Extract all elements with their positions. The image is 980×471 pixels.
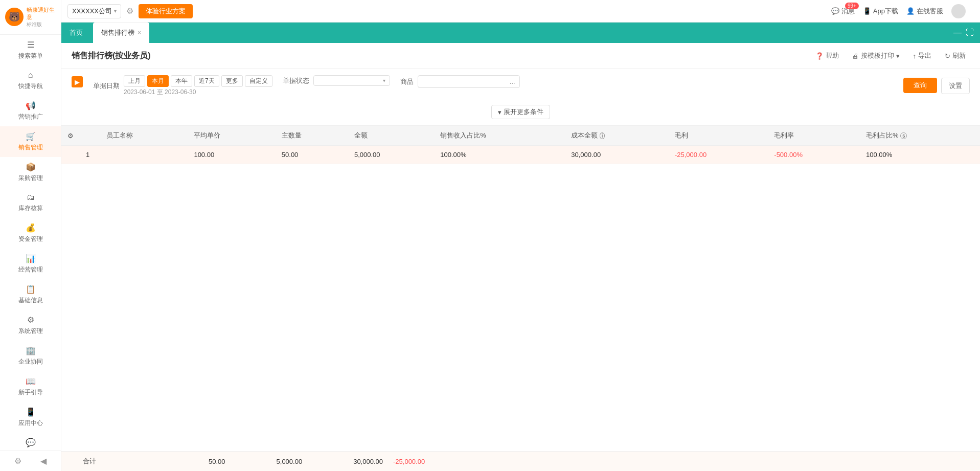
row-qty: 50.00 — [276, 146, 348, 164]
logo-icon: 🐻 — [5, 8, 24, 26]
sidebar-footer: ⚙ ◀ — [0, 451, 61, 471]
help-label: 帮助 — [826, 51, 839, 60]
footer-cost: 30,000.00 — [353, 458, 383, 465]
sidebar-label-finance: 资金管理 — [18, 235, 43, 243]
filter-right: 查询 设置 — [903, 78, 970, 94]
service-button[interactable]: 👤 在线客服 — [906, 7, 943, 16]
row-avg-price: 100.00 — [188, 146, 275, 164]
sidebar-item-search-order[interactable]: ☰搜索菜单 — [0, 35, 61, 65]
status-filter: 单据状态 ▾ — [283, 75, 390, 86]
app-label: App下载 — [873, 7, 898, 16]
row-gross: -25,000.00 — [669, 146, 768, 164]
sidebar-item-inventory[interactable]: 🗂库存核算 — [0, 188, 61, 218]
row-gross-rate: -500.00% — [768, 146, 860, 164]
row-cost: 30,000.00 — [565, 146, 669, 164]
sidebar-label-enterprise: 企业协同 — [18, 357, 43, 366]
col-avg-price: 平均单价 — [188, 126, 275, 146]
sidebar-item-quick-nav[interactable]: ⌂快捷导航 — [0, 65, 61, 96]
expand-label: 展开更多条件 — [504, 107, 543, 117]
col-rank — [80, 126, 100, 146]
status-select[interactable]: ▾ — [313, 75, 390, 86]
sidebar-logo: 🐻 畅康通好生意 标准版 — [0, 0, 61, 35]
company-selector[interactable]: XXXXXX公司 ▾ — [67, 4, 121, 18]
settings-button[interactable]: 设置 — [941, 78, 970, 94]
expand-conditions-button[interactable]: ▾ 展开更多条件 — [491, 105, 550, 119]
col-employee-name: 员工名称 — [100, 126, 188, 146]
sidebar-item-operations[interactable]: 📊经营管理 — [0, 249, 61, 279]
data-table: ⚙ 员工名称 平均单价 主数量 全额 销售收入占比% 成本全额 i 毛利 毛利率… — [61, 126, 980, 164]
date-btn-current-year[interactable]: 本年 — [171, 75, 192, 87]
sidebar-label-app-center: 应用中心 — [18, 419, 43, 428]
tab-sales-rank[interactable]: 销售排行榜 × — [93, 23, 149, 43]
sidebar-label-operations: 经营管理 — [18, 265, 43, 274]
row-name — [100, 146, 188, 164]
tab-active-label: 销售排行榜 — [101, 28, 134, 37]
date-btn-custom[interactable]: 自定义 — [245, 75, 272, 87]
sidebar-item-basics[interactable]: 📋基础信息 — [0, 279, 61, 310]
sidebar-item-app-center[interactable]: 📱应用中心 — [0, 402, 61, 433]
topbar-settings-icon[interactable]: ⚙ — [126, 6, 133, 16]
date-btn-7days[interactable]: 近7天 — [194, 75, 219, 87]
sidebar-icon-finance: 💰 — [26, 223, 36, 233]
sidebar-label-sales: 销售管理 — [18, 143, 43, 152]
row-sales-pct: 100.00% — [434, 146, 565, 164]
tab-home[interactable]: 首页 — [61, 23, 91, 43]
col-gross-rate: 毛利率 — [768, 126, 860, 146]
refresh-button[interactable]: ↻ 刷新 — [941, 49, 970, 62]
date-btn-prev-month[interactable]: 上月 — [124, 75, 145, 87]
sidebar-icon-operations: 📊 — [26, 254, 36, 263]
footer-qty: 50.00 — [209, 458, 225, 465]
print-icon: 🖨 — [852, 52, 859, 60]
expand-row: ▾ 展开更多条件 — [72, 101, 970, 119]
filter-toggle-icon[interactable]: ▶ — [72, 76, 83, 87]
export-label: 导出 — [918, 51, 931, 60]
export-button[interactable]: ↑ 导出 — [909, 49, 936, 62]
query-button[interactable]: 查询 — [903, 78, 937, 93]
filter-left: ▶ 单据日期 上月 本月 本年 近7天 更多 自定义 — [72, 75, 893, 97]
col-settings[interactable]: ⚙ — [61, 126, 80, 146]
sidebar-label-marketing: 营销推广 — [18, 113, 43, 121]
sidebar-icon-system: ⚙ — [27, 315, 34, 325]
goods-filter: 商品 ... — [400, 75, 520, 88]
sidebar-icon-marketing: 📢 — [26, 101, 36, 110]
gross-pct-info-icon: s — [900, 132, 907, 139]
sidebar-settings-icon[interactable]: ⚙ — [14, 456, 21, 466]
sidebar-item-sales[interactable]: 🛒销售管理 — [0, 126, 61, 157]
page-content: 销售排行榜(按业务员) ❓ 帮助 🖨 按模板打印 ▾ ↑ 导出 ↻ 刷新 — [61, 43, 980, 471]
goods-filter-label: 商品 — [400, 77, 414, 86]
filter-area: ▶ 单据日期 上月 本月 本年 近7天 更多 自定义 — [61, 69, 980, 126]
sidebar-icon-purchase: 📦 — [26, 162, 36, 172]
message-button[interactable]: 💬 消息 99+ — [831, 7, 855, 16]
tab-minimize-icon[interactable]: — — [953, 28, 962, 37]
table-header-row: ⚙ 员工名称 平均单价 主数量 全额 销售收入占比% 成本全额 i 毛利 毛利率… — [61, 126, 980, 146]
logo-subtitle: 标准版 — [27, 21, 56, 28]
tab-close-icon[interactable]: × — [138, 29, 141, 36]
date-btn-more[interactable]: 更多 — [221, 75, 243, 87]
footer-gross: -25,000.00 — [393, 458, 425, 465]
app-download-button[interactable]: 📱 App下载 — [863, 7, 898, 16]
sidebar-item-marketing[interactable]: 📢营销推广 — [0, 96, 61, 126]
sidebar-item-finance[interactable]: 💰资金管理 — [0, 218, 61, 249]
print-button[interactable]: 🖨 按模板打印 ▾ — [848, 49, 904, 62]
sidebar-collapse-icon[interactable]: ◀ — [40, 456, 47, 466]
sidebar-item-purchase[interactable]: 📦采购管理 — [0, 157, 61, 188]
help-button[interactable]: ❓ 帮助 — [811, 49, 843, 62]
date-btn-current-month[interactable]: 本月 — [147, 75, 169, 87]
avatar[interactable] — [951, 4, 966, 18]
expand-icon: ▾ — [498, 108, 502, 116]
footer-total-label: 合计 — [67, 457, 96, 466]
sidebar-icon-guide: 📖 — [26, 376, 36, 386]
page-header: 销售排行榜(按业务员) ❓ 帮助 🖨 按模板打印 ▾ ↑ 导出 ↻ 刷新 — [61, 43, 980, 69]
goods-input[interactable]: ... — [418, 75, 520, 88]
trial-button[interactable]: 体验行业方案 — [139, 4, 193, 18]
sidebar-icon-inventory: 🗂 — [27, 193, 35, 202]
sidebar-item-wechat[interactable]: 💬企业微信 — [0, 433, 61, 451]
message-badge: 99+ — [845, 3, 859, 9]
sidebar-item-system[interactable]: ⚙系统管理 — [0, 310, 61, 341]
tab-expand-icon[interactable]: ⛶ — [966, 28, 974, 37]
sidebar-item-guide[interactable]: 📖新手引导 — [0, 371, 61, 402]
sidebar-item-enterprise[interactable]: 🏢企业协同 — [0, 341, 61, 371]
table-row: 1 100.00 50.00 5,000.00 100.00% 30,000.0… — [61, 146, 980, 164]
sidebar-icon-enterprise: 🏢 — [26, 346, 36, 355]
help-icon: ❓ — [815, 52, 824, 60]
